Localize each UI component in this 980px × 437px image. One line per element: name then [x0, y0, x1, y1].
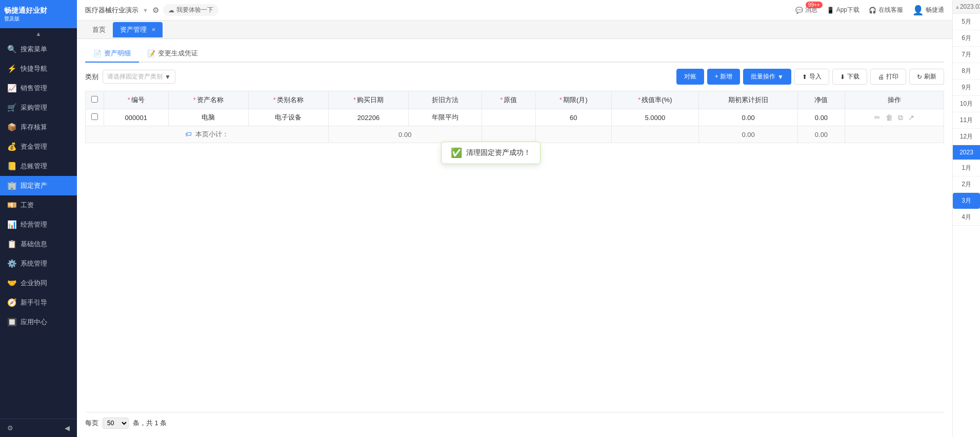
cell-name: 电脑	[168, 109, 248, 126]
tab-home[interactable]: 首页	[85, 22, 113, 37]
sidebar-item-inventory[interactable]: 📦库存核算	[0, 117, 77, 137]
topbar-left: 医疗器械行业演示 ▼ ⚙ ☁ 我要体验一下	[85, 4, 218, 16]
subtotal-accumulated: 0.00	[698, 126, 797, 143]
col-code: *编号	[104, 91, 169, 109]
sidebar-item-search[interactable]: 🔍搜索菜单	[0, 39, 77, 59]
print-btn[interactable]: 🖨 打印	[870, 69, 906, 85]
sidebar-items-container: 🔍搜索菜单⚡快捷导航📈销售管理🛒采购管理📦库存核算💰资金管理📒总账管理🏢固定资产…	[0, 39, 77, 332]
per-page-select[interactable]: 50 10 20 100	[103, 418, 129, 429]
experience-icon: ☁	[168, 7, 174, 14]
table-wrap: *编号 *资产名称 *类别名称 *购买日期 折旧方法 *原值 *期限(月) *残…	[85, 91, 944, 412]
row-edit-icon[interactable]: ✏	[874, 113, 881, 122]
col-accumulated-depreciation: 期初累计折旧	[698, 91, 797, 109]
sidebar-item-operations[interactable]: 📊经营管理	[0, 215, 77, 234]
download-btn[interactable]: ⬇ 下载	[832, 69, 867, 85]
row-checkbox[interactable]	[91, 113, 98, 120]
sidebar-item-system[interactable]: ⚙️系统管理	[0, 254, 77, 273]
sidebar-item-label-apps: 应用中心	[21, 317, 47, 327]
subtotal-original-value: 0.00	[328, 126, 482, 143]
sidebar-collapse-icon[interactable]: ◀	[65, 424, 70, 432]
filter-category-select[interactable]: 请选择固定资产类别 ▼	[103, 70, 175, 84]
subtab-change-voucher-label: 变更生成凭证	[158, 49, 198, 58]
sidebar-item-sales[interactable]: 📈销售管理	[0, 78, 77, 98]
date-item-12[interactable]: 4月	[953, 209, 980, 226]
online-service-btn[interactable]: 🎧 在线客服	[869, 6, 903, 14]
date-item-5[interactable]: 10月	[953, 96, 980, 112]
per-page-label: 每页	[85, 419, 98, 428]
row-more-icon[interactable]: ↗	[908, 113, 914, 122]
date-item-8[interactable]: 2023	[953, 145, 980, 160]
date-item-7[interactable]: 12月	[953, 129, 980, 145]
account-btn[interactable]: 对账	[676, 69, 704, 85]
date-item-11[interactable]: 3月	[953, 193, 980, 209]
sidebar-item-label-search: 搜索菜单	[21, 45, 47, 54]
sidebar-item-icon-enterprise: 🤝	[7, 279, 16, 288]
row-delete-icon[interactable]: 🗑	[886, 113, 893, 122]
date-item-10[interactable]: 2月	[953, 176, 980, 193]
company-dropdown-icon[interactable]: ▼	[143, 7, 148, 13]
settings-icon[interactable]: ⚙	[152, 6, 159, 15]
pagination: 每页 50 10 20 100 条，共 1 条	[85, 412, 944, 431]
date-sidebar: ▲ 2023.03 ▼ 5月6月7月8月9月10月11月12月20231月2月3…	[952, 0, 980, 437]
refresh-btn[interactable]: ↻ 刷新	[909, 69, 944, 85]
date-item-2[interactable]: 7月	[953, 47, 980, 63]
sidebar-settings-icon[interactable]: ⚙	[7, 424, 13, 432]
subtotal-empty2	[535, 126, 611, 143]
app-download-btn[interactable]: 📱 App下载	[827, 6, 859, 14]
sidebar-item-icon-quick-nav: ⚡	[7, 64, 16, 73]
col-depreciation-method: 折旧方法	[409, 91, 482, 109]
date-item-9[interactable]: 1月	[953, 160, 980, 176]
sidebar-item-icon-purchase: 🛒	[7, 103, 16, 112]
sidebar-item-label-operations: 经营管理	[21, 220, 47, 229]
sidebar-item-icon-guide: 🧭	[7, 298, 16, 307]
sidebar-item-guide[interactable]: 🧭新手引导	[0, 293, 77, 312]
date-sidebar-prev-icon[interactable]: ▲	[955, 4, 960, 10]
new-btn[interactable]: + 新增	[707, 69, 740, 85]
date-item-6[interactable]: 11月	[953, 112, 980, 129]
col-purchase-date: *购买日期	[328, 91, 408, 109]
col-residual-rate: *残值率(%)	[611, 91, 698, 109]
batch-btn[interactable]: 批量操作 ▼	[743, 69, 791, 85]
sidebar-item-purchase[interactable]: 🛒采购管理	[0, 98, 77, 117]
online-service-label: 在线客服	[878, 6, 903, 14]
sidebar-item-quick-nav[interactable]: ⚡快捷导航	[0, 59, 77, 78]
asset-table: *编号 *资产名称 *类别名称 *购买日期 折旧方法 *原值 *期限(月) *残…	[85, 91, 944, 143]
date-items-container: 5月6月7月8月9月10月11月12月20231月2月3月4月	[953, 14, 980, 226]
date-item-1[interactable]: 6月	[953, 30, 980, 47]
main-content: 医疗器械行业演示 ▼ ⚙ ☁ 我要体验一下 💬 消息 99++ 📱 App下载 …	[77, 0, 952, 437]
row-copy-icon[interactable]: ⧉	[898, 113, 903, 122]
sidebar-item-icon-inventory: 📦	[7, 123, 16, 132]
message-btn[interactable]: 💬 消息 99++	[795, 6, 817, 14]
toast-success-icon: ✅	[451, 147, 462, 158]
print-icon: 🖨	[878, 73, 884, 81]
tab-asset-management[interactable]: 资产管理 ×	[113, 22, 163, 37]
date-item-4[interactable]: 9月	[953, 80, 980, 96]
sidebar-item-fixed-assets[interactable]: 🏢固定资产	[0, 176, 77, 195]
cell-period: 60	[535, 109, 611, 126]
subtab-asset-detail[interactable]: 📄 资产明细	[85, 45, 139, 63]
sidebar-item-payroll[interactable]: 💴工资	[0, 195, 77, 215]
subtab-change-voucher[interactable]: 📝 变更生成凭证	[139, 45, 206, 63]
date-item-0[interactable]: 5月	[953, 14, 980, 30]
subtotal-empty3	[611, 126, 698, 143]
sidebar-item-basic-info[interactable]: 📋基础信息	[0, 234, 77, 254]
sidebar-item-capital[interactable]: 💰资金管理	[0, 137, 77, 156]
sidebar-logo: 畅捷通好业财 普及版	[0, 0, 77, 28]
sidebar-item-label-fixed-assets: 固定资产	[21, 181, 47, 190]
select-all-checkbox[interactable]	[91, 96, 98, 103]
tab-close-icon[interactable]: ×	[152, 26, 156, 33]
experience-btn[interactable]: ☁ 我要体验一下	[163, 4, 218, 16]
import-btn[interactable]: ⬆ 导入	[794, 69, 829, 85]
filter-dropdown-icon: ▼	[165, 73, 171, 81]
sidebar-scroll-up[interactable]: ▲	[0, 28, 77, 39]
sidebar-item-icon-ledger: 📒	[7, 162, 16, 171]
date-item-3[interactable]: 8月	[953, 63, 980, 80]
sidebar-item-enterprise[interactable]: 🤝企业协同	[0, 273, 77, 293]
sidebar-item-ledger[interactable]: 📒总账管理	[0, 156, 77, 176]
sidebar-item-apps[interactable]: 🔲应用中心	[0, 312, 77, 332]
date-sidebar-header: ▲ 2023.03 ▼	[953, 0, 980, 14]
user-btn[interactable]: 👤 畅捷通	[912, 5, 944, 16]
batch-dropdown-icon: ▼	[777, 73, 784, 81]
subtotal-empty1	[482, 126, 535, 143]
company-name: 医疗器械行业演示	[85, 6, 138, 15]
